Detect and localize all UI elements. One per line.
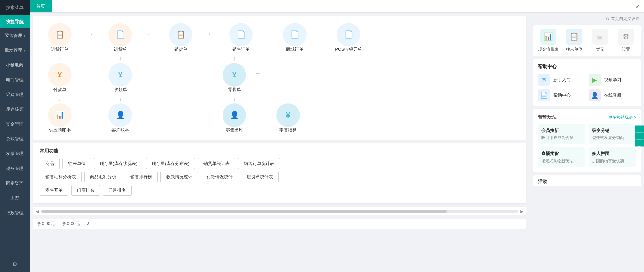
shortcut-cashflow[interactable]: 📊 现金流量表 bbox=[537, 29, 560, 52]
btn-receipt-stat[interactable]: 收款情况统计 bbox=[160, 172, 198, 182]
floating-btn-community[interactable]: 服务社区 bbox=[635, 133, 644, 140]
scroll-track[interactable] bbox=[41, 210, 518, 213]
help-icon: 📄 bbox=[538, 89, 550, 101]
btn-store-rank[interactable]: 门店排名 bbox=[71, 185, 100, 196]
btn-goods-profit[interactable]: 商品毛利分析 bbox=[84, 172, 122, 182]
shortcut-contacts[interactable]: 📋 往来单位 bbox=[562, 29, 586, 52]
retail-outbound-label: 零售出库 bbox=[226, 127, 243, 133]
quick-func-title: 常用功能 bbox=[40, 148, 520, 154]
retail-order-icon: ¥ bbox=[223, 63, 246, 87]
right-panel: ⚙ 首页自定义设置 📊 现金流量表 📋 往来单位 ▤ 暂无 ⚙ bbox=[530, 13, 644, 272]
sidebar-item-assets[interactable]: 固定资产 bbox=[0, 176, 30, 191]
marketing-item-group[interactable]: 多人拼团 拼团购物享受优惠 bbox=[589, 147, 636, 167]
flow-diagram-card: 📋 进货订单 → 📄 进货单 ← 📋 销货单 ← 📄 bbox=[33, 16, 526, 140]
flow-node-sales-bill[interactable]: 📋 销货单 bbox=[160, 23, 201, 52]
quick-btn-row-2: 销售毛利分析表 商品毛利分析 销售排行榜 收款情况统计 付款情况统计 进货单统计… bbox=[40, 172, 520, 182]
shortcut-none[interactable]: ▤ 暂无 bbox=[588, 29, 611, 52]
member-title: 会员拉新 bbox=[541, 128, 582, 134]
sidebar-nav-header: 快捷导航 bbox=[0, 15, 30, 28]
btn-goods[interactable]: 商品 bbox=[40, 158, 60, 169]
chevron-icon: ▾ bbox=[24, 34, 25, 38]
flow-node-pos[interactable]: 📄 POS收银开单 bbox=[328, 23, 369, 52]
help-center-card: 帮助中心 ✉ 新手入门 ▶ 视频学习 📄 帮助中心 👤 bbox=[533, 59, 641, 106]
help-grid: ✉ 新手入门 ▶ 视频学习 📄 帮助中心 👤 在线客服 bbox=[538, 74, 636, 101]
sidebar-item-finance[interactable]: 资金管理 bbox=[0, 117, 30, 132]
flow-node-receipt[interactable]: ¥ 收款单 bbox=[100, 63, 140, 93]
help-item-beginner[interactable]: ✉ 新手入门 bbox=[538, 74, 585, 86]
sidebar-item-admin[interactable]: 行政管理 bbox=[0, 206, 30, 220]
bottom-scroll-bar: ◀ ▶ bbox=[33, 207, 526, 215]
arrow-left-1: ← bbox=[140, 23, 160, 38]
btn-stock-status[interactable]: 现存量(库存状况表) bbox=[94, 158, 143, 169]
flow-node-sales-order[interactable]: 📄 销售订单 bbox=[221, 23, 261, 52]
live-desc: 场景式购物新玩法 bbox=[541, 158, 582, 164]
flow-node-purchase-order[interactable]: 📋 进货订单 bbox=[40, 23, 80, 52]
purchase-order-label: 进货订单 bbox=[51, 46, 68, 52]
btn-sales-profit[interactable]: 销售毛利分析表 bbox=[40, 172, 82, 182]
marketing-item-member[interactable]: 会员拉新 吸引用户成为会员 bbox=[538, 124, 585, 144]
marketing-item-live[interactable]: 直播卖货 场景式购物新玩法 bbox=[538, 147, 585, 167]
flow-node-supplier-book[interactable]: 📊 供应商账本 bbox=[40, 103, 80, 133]
sidebar: 搜索菜单 快捷导航 零售管理 ▾ 批发管理 ▾ 小畅电商 电商管理 采购管理 库… bbox=[0, 0, 30, 272]
flow-node-retail-order[interactable]: ¥ 零售单 bbox=[214, 63, 255, 93]
flow-node-purchase-bill[interactable]: 📄 进货单 bbox=[100, 23, 140, 52]
help-label: 帮助中心 bbox=[553, 92, 571, 98]
sidebar-item-invoice[interactable]: 发票管理 bbox=[0, 146, 30, 161]
help-item-help[interactable]: 📄 帮助中心 bbox=[538, 89, 585, 101]
scroll-right-arrow[interactable]: ▶ bbox=[520, 209, 524, 214]
flow-node-mall-order[interactable]: 📄 商城订单 bbox=[275, 23, 315, 52]
pos-label: POS收银开单 bbox=[335, 46, 362, 52]
sidebar-item-ledger[interactable]: 总账管理 bbox=[0, 132, 30, 146]
arrow-left-retail: ← bbox=[255, 63, 268, 77]
marketing-header: 营销玩法 更多营销玩法 > bbox=[538, 114, 636, 120]
help-item-service[interactable]: 👤 在线客服 bbox=[589, 89, 636, 101]
btn-stock-dist[interactable]: 现存量(库存分布表) bbox=[146, 158, 195, 169]
floating-btn-desktop[interactable]: 桌面快捷 bbox=[635, 140, 644, 147]
sidebar-search[interactable]: 搜索菜单 bbox=[0, 0, 30, 15]
flow-node-retail-settle[interactable]: ¥ 零售结算 bbox=[268, 103, 308, 133]
btn-guide-rank[interactable]: 导购排名 bbox=[103, 185, 132, 196]
tab-home[interactable]: 首页 bbox=[30, 0, 52, 12]
main-area: 首页 ⤢ 📋 进货订单 → 📄 进货单 ← bbox=[30, 0, 644, 272]
btn-sales-stat[interactable]: 销货单统计表 bbox=[198, 158, 235, 169]
customize-bar[interactable]: ⚙ 首页自定义设置 bbox=[533, 16, 641, 22]
flow-node-retail-outbound[interactable]: 👤 零售出库 bbox=[214, 103, 255, 133]
cashflow-label: 现金流量表 bbox=[538, 47, 558, 52]
btn-retail-order[interactable]: 零售开单 bbox=[40, 185, 68, 196]
sidebar-item-retail[interactable]: 零售管理 ▾ bbox=[0, 28, 30, 43]
sidebar-item-salary[interactable]: 工资 bbox=[0, 191, 30, 206]
pos-icon: 📄 bbox=[337, 23, 360, 46]
help-item-video[interactable]: ▶ 视频学习 bbox=[589, 74, 636, 86]
sidebar-settings-btn[interactable]: ⚙ bbox=[0, 256, 30, 272]
sidebar-item-ecom-mgmt[interactable]: 电商管理 bbox=[0, 73, 30, 87]
flow-node-customer-book[interactable]: 👤 客户账本 bbox=[100, 103, 140, 133]
scroll-thumb bbox=[41, 210, 447, 213]
marketing-item-fission[interactable]: 裂变分销 裂变式发展分销商 bbox=[589, 124, 636, 144]
btn-contacts[interactable]: 往来单位 bbox=[62, 158, 91, 169]
contacts-icon: 📋 bbox=[566, 29, 582, 45]
btn-sales-order-stat[interactable]: 销售订单统计表 bbox=[238, 158, 280, 169]
purchase-bill-icon: 📄 bbox=[108, 23, 132, 46]
floating-btn-service[interactable]: 客服热线 bbox=[635, 126, 644, 133]
flow-node-payment[interactable]: ¥ 付款单 bbox=[40, 63, 80, 93]
retail-outbound-icon: 👤 bbox=[223, 103, 246, 127]
expand-btn[interactable]: ⤢ bbox=[632, 3, 644, 9]
btn-sales-rank[interactable]: 销售排行榜 bbox=[125, 172, 158, 182]
payment-icon: ¥ bbox=[48, 63, 72, 87]
sidebar-item-ecom[interactable]: 小畅电商 bbox=[0, 58, 30, 73]
sidebar-item-tax[interactable]: 税务管理 bbox=[0, 161, 30, 176]
scroll-left-arrow[interactable]: ◀ bbox=[36, 209, 39, 214]
purchase-bill-label: 进货单 bbox=[114, 46, 127, 52]
shortcut-settings[interactable]: ⚙ 设置 bbox=[614, 29, 637, 52]
cashflow-icon: 📊 bbox=[540, 29, 556, 45]
beginner-icon: ✉ bbox=[538, 74, 550, 86]
marketing-more-btn[interactable]: 更多营销玩法 > bbox=[608, 115, 636, 120]
main-panel: 📋 进货订单 → 📄 进货单 ← 📋 销货单 ← 📄 bbox=[30, 13, 530, 272]
btn-payment-stat[interactable]: 付款情况统计 bbox=[201, 172, 238, 182]
sidebar-item-purchase[interactable]: 采购管理 bbox=[0, 87, 30, 102]
sidebar-item-wholesale[interactable]: 批发管理 ▾ bbox=[0, 43, 30, 58]
stat-2: 净 0.00元 bbox=[61, 221, 80, 227]
customer-book-label: 客户账本 bbox=[111, 127, 129, 133]
btn-purchase-stat[interactable]: 进货单统计表 bbox=[241, 172, 279, 182]
sidebar-item-inventory[interactable]: 库存核算 bbox=[0, 102, 30, 117]
